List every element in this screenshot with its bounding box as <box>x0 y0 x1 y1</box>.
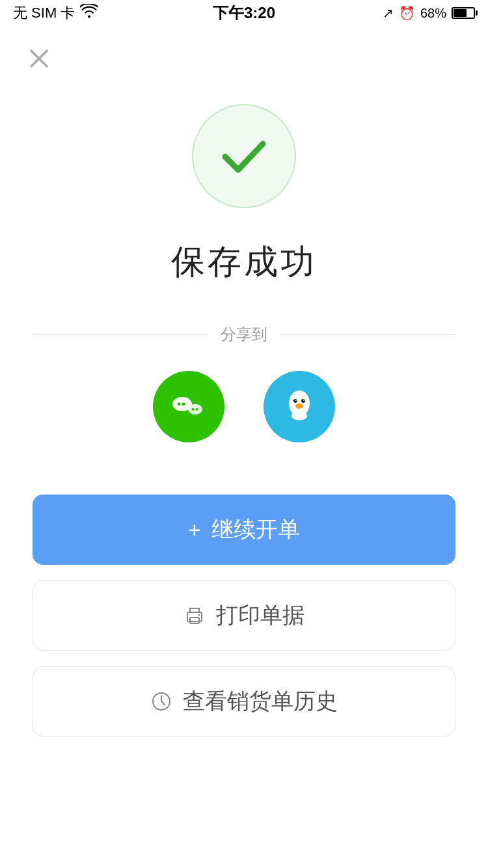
divider-left <box>33 334 208 335</box>
svg-point-7 <box>196 408 198 411</box>
svg-point-13 <box>295 400 297 401</box>
close-icon <box>27 47 51 70</box>
success-title: 保存成功 <box>171 239 317 285</box>
status-right: ↗ ⏰ 68% <box>383 5 475 21</box>
no-sim-text: 无 SIM 卡 <box>13 3 75 23</box>
share-section: 分享到 <box>33 324 455 442</box>
wechat-icon <box>168 386 210 427</box>
share-divider: 分享到 <box>33 324 455 345</box>
battery-percent: 68% <box>420 6 446 21</box>
wechat-share-button[interactable] <box>153 371 224 442</box>
history-button[interactable]: 查看销货单历史 <box>33 666 455 737</box>
history-label: 查看销货单历史 <box>183 686 338 716</box>
print-label: 打印单据 <box>216 601 305 631</box>
svg-point-6 <box>192 408 195 411</box>
qq-icon <box>279 385 319 428</box>
divider-right <box>280 334 455 335</box>
status-left: 无 SIM 卡 <box>13 3 98 23</box>
print-icon <box>183 604 206 627</box>
status-time: 下午3:20 <box>213 3 275 23</box>
svg-point-20 <box>198 614 200 616</box>
svg-point-3 <box>178 403 181 406</box>
location-icon: ↗ <box>383 5 394 21</box>
alarm-icon: ⏰ <box>399 5 415 21</box>
svg-point-11 <box>293 399 297 403</box>
status-bar: 无 SIM 卡 下午3:20 ↗ ⏰ 68% <box>0 0 488 26</box>
wifi-icon <box>80 4 98 22</box>
svg-point-14 <box>303 400 305 401</box>
success-circle <box>192 104 296 208</box>
qq-share-button[interactable] <box>264 371 335 442</box>
svg-point-12 <box>301 399 305 403</box>
svg-rect-17 <box>291 414 307 418</box>
action-buttons: + 继续开单 打印单据 查看销货单历史 <box>33 495 455 737</box>
print-button[interactable]: 打印单据 <box>33 580 455 651</box>
share-icons <box>33 371 455 442</box>
continue-order-button[interactable]: + 继续开单 <box>33 495 455 565</box>
share-label: 分享到 <box>221 324 267 345</box>
close-button[interactable] <box>20 39 59 78</box>
checkmark-icon <box>215 127 273 185</box>
plus-icon: + <box>188 517 201 543</box>
continue-order-label: 继续开单 <box>211 515 300 545</box>
battery-icon <box>452 7 475 19</box>
svg-point-15 <box>295 403 303 409</box>
clock-icon <box>150 690 172 712</box>
svg-rect-19 <box>190 617 199 623</box>
svg-point-5 <box>188 404 202 414</box>
main-content: 保存成功 分享到 <box>0 91 488 868</box>
svg-point-4 <box>182 403 185 406</box>
